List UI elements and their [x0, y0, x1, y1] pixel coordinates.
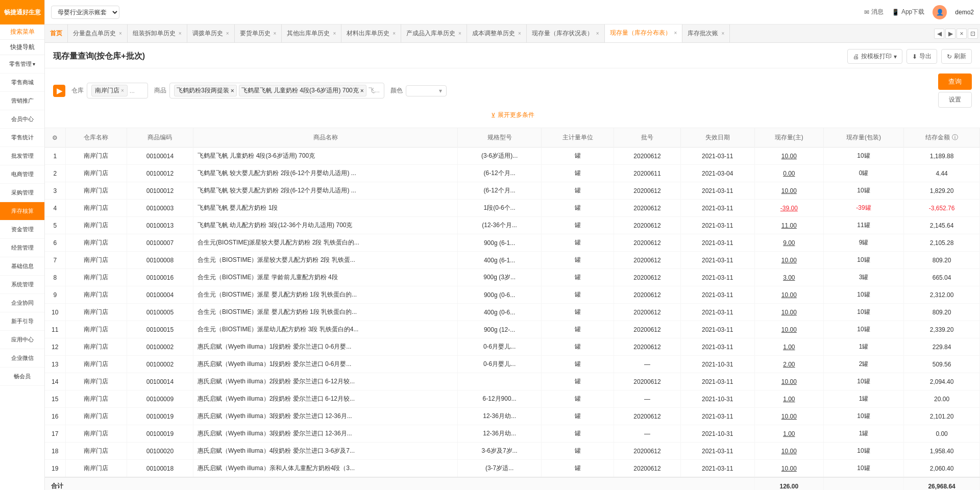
warehouse-tag-close[interactable]: × — [121, 88, 124, 93]
cell-qty-main[interactable]: 10.00 — [754, 443, 823, 460]
tab-home[interactable]: 首页 — [45, 24, 68, 43]
settings-btn[interactable]: 设置 — [938, 92, 972, 108]
tab-close-disassembly[interactable]: × — [179, 31, 182, 36]
sidebar-item-retail-stats[interactable]: 零售统计 — [0, 129, 44, 147]
col-settings[interactable]: ⚙ — [45, 128, 65, 148]
cell-qty-main[interactable]: 10.00 — [754, 408, 823, 425]
color-filter-container[interactable]: ▾ — [406, 85, 447, 96]
tab-expand-btn[interactable]: ⊡ — [968, 29, 978, 39]
tab-close-product-in[interactable]: × — [458, 31, 461, 36]
tab-requisition[interactable]: 要货单历史 × — [235, 24, 282, 43]
tab-next-btn[interactable]: ▶ — [945, 29, 955, 39]
warehouse-filter-more[interactable]: ... — [130, 87, 135, 94]
cell-qty-main[interactable]: 10.00 — [754, 148, 823, 165]
account-selector[interactable]: 母婴行业演示账套 — [51, 6, 119, 19]
sidebar-item-inventory[interactable]: 库存核算 — [0, 202, 44, 220]
tab-transfer[interactable]: 调拨单历史 × — [187, 24, 235, 43]
sidebar-item-marketing[interactable]: 营销推广 — [0, 92, 44, 110]
sidebar-item-app-center[interactable]: 应用中心 — [0, 331, 44, 349]
sidebar-item-retail-shop[interactable]: 零售商城 — [0, 74, 44, 92]
cell-qty-main[interactable]: 10.00 — [754, 304, 823, 321]
tab-split-inventory[interactable]: 分量盘点单历史 × — [68, 24, 128, 43]
message-btn[interactable]: ✉ 消息 — [864, 8, 884, 16]
sidebar-quick-nav[interactable]: 快捷导航 — [0, 40, 44, 55]
search-btn[interactable]: 查询 — [938, 74, 972, 90]
cell-qty-main[interactable]: 10.00 — [754, 460, 823, 478]
tab-stock-distribution[interactable]: 现存量（库存分布表） × — [605, 24, 683, 43]
sidebar-search-menu[interactable]: 搜索菜单 — [0, 24, 44, 40]
cell-warehouse: 南岸门店 — [65, 390, 127, 408]
cell-qty-main[interactable]: 10.00 — [754, 286, 823, 304]
sidebar-item-basic-info[interactable]: 基础信息 — [0, 257, 44, 276]
cell-qty-main[interactable]: 3.00 — [754, 269, 823, 286]
tab-stock-warehouse[interactable]: 现存量（库存状况表） × — [527, 24, 605, 43]
cell-qty-main[interactable]: 11.00 — [754, 217, 823, 234]
tab-close-batch-ledger[interactable]: × — [721, 31, 724, 36]
tab-disassembly[interactable]: 组装拆卸单历史 × — [128, 24, 187, 43]
cell-qty-main[interactable]: 10.00 — [754, 321, 823, 338]
cell-qty-main[interactable]: 2.00 — [754, 356, 823, 373]
sidebar-item-enterprise-wechat[interactable]: 企业微信 — [0, 349, 44, 368]
cell-qty-main[interactable]: 9.00 — [754, 234, 823, 252]
app-download-btn[interactable]: 📱 App下载 — [892, 8, 924, 16]
sidebar-item-finance[interactable]: 资金管理 — [0, 220, 44, 239]
color-filter-arrow[interactable]: ▾ — [439, 87, 442, 94]
warehouse-filter-container[interactable]: 南岸门店 × ... — [87, 83, 148, 99]
sidebar-item-ecommerce[interactable]: 电商管理 — [0, 165, 44, 184]
tab-close-material-out[interactable]: × — [393, 31, 396, 36]
sidebar-item-member-center[interactable]: 会员中心 — [0, 110, 44, 129]
tab-material-out[interactable]: 材料出库单历史 × — [341, 24, 401, 43]
col-expire: 失效日期 — [680, 128, 754, 148]
export-btn[interactable]: ⬇ 导出 — [906, 49, 937, 64]
cell-qty-main[interactable]: 1.00 — [754, 425, 823, 443]
tab-batch-ledger[interactable]: 库存批次账 × — [682, 24, 730, 43]
sidebar-item-enterprise[interactable]: 企业协同 — [0, 294, 44, 312]
tab-close-all-btn[interactable]: × — [957, 29, 967, 39]
tab-other-out[interactable]: 其他出库单历史 × — [282, 24, 341, 43]
sidebar-item-retail-mgmt[interactable]: 零售管理 ▾ — [0, 55, 44, 74]
expand-more-btn[interactable]: ⊻ 展开更多条件 — [53, 108, 972, 122]
product-tag-2-close[interactable]: × — [360, 87, 364, 94]
cell-expire: 2021-03-11 — [680, 321, 754, 338]
cell-qty-main[interactable]: 0.00 — [754, 165, 823, 182]
cell-qty-main[interactable]: 10.00 — [754, 182, 823, 200]
cell-qty-main[interactable]: 1.00 — [754, 338, 823, 356]
tab-cost-adjust[interactable]: 成本调整单历史 × — [467, 24, 527, 43]
product-tag-1-close[interactable]: × — [231, 87, 234, 94]
tab-close-stock-distribution[interactable]: × — [674, 30, 677, 36]
product-filter-more[interactable]: 飞... — [369, 86, 380, 95]
cell-warehouse: 南岸门店 — [65, 234, 127, 252]
avatar[interactable]: 👤 — [933, 5, 947, 19]
filter-expand-btn[interactable]: ▶ — [53, 85, 65, 97]
cell-name: 飞鹤星飞帆 幼儿配方奶粉 3段(12-36个月幼儿适用) 700克 — [193, 217, 458, 234]
sidebar-item-operations[interactable]: 经营管理 — [0, 239, 44, 257]
product-filter-container[interactable]: 飞鹤奶粉3段两提装 × 飞鹤星飞帆 儿童奶粉 4段(3-6岁适用) 700克 ×… — [169, 83, 384, 99]
template-print-btn[interactable]: 🖨 按模板打印 ▾ — [847, 49, 902, 64]
cell-qty-main[interactable]: 1.00 — [754, 390, 823, 408]
cell-spec: 3-6岁及7岁... — [458, 443, 542, 460]
table-row: 13 南岸门店 00100002 惠氏启赋（Wyeth illuma）1段奶粉 … — [45, 356, 980, 373]
sidebar-item-member[interactable]: 畅会员 — [0, 368, 44, 386]
tab-close-transfer[interactable]: × — [226, 31, 229, 36]
tab-product-in[interactable]: 产成品入库单历史 × — [401, 24, 467, 43]
col-batch: 批号 — [614, 128, 680, 148]
cell-qty-main[interactable]: -39.00 — [754, 200, 823, 217]
tab-close-cost-adjust[interactable]: × — [518, 31, 521, 36]
sidebar-item-new-guide[interactable]: 新手引导 — [0, 312, 44, 331]
tab-close-stock-warehouse[interactable]: × — [596, 31, 599, 36]
cell-qty-main[interactable]: 10.00 — [754, 373, 823, 390]
tab-close-other-out[interactable]: × — [333, 31, 336, 36]
cell-qty-main[interactable]: 10.00 — [754, 252, 823, 269]
cell-batch: 20200612 — [614, 443, 680, 460]
sidebar-item-purchase[interactable]: 采购管理 — [0, 184, 44, 202]
refresh-btn[interactable]: ↻ 刷新 — [941, 49, 972, 64]
sidebar-item-wholesale-mgmt[interactable]: 批发管理 — [0, 147, 44, 165]
tab-prev-btn[interactable]: ◀ — [934, 29, 944, 39]
cell-no: 18 — [45, 443, 65, 460]
tab-bar: 首页 分量盘点单历史 × 组装拆卸单历史 × 调拨单历史 × 要货单历史 × 其… — [45, 24, 980, 43]
tab-close-requisition[interactable]: × — [274, 31, 277, 36]
sidebar-item-system[interactable]: 系统管理 — [0, 276, 44, 294]
page-title: 现存量查询(按仓库+批次) — [53, 51, 145, 62]
cell-unit: 罐 — [541, 356, 614, 373]
tab-close-split-inventory[interactable]: × — [119, 31, 122, 36]
